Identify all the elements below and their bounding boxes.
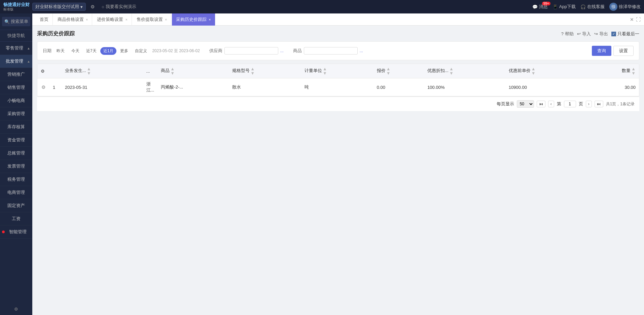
demo-icon: ○ [102,4,104,9]
app-download-button[interactable]: 📱 App下载 [552,4,576,10]
close-tab-button[interactable]: ✕ [630,17,634,22]
top-bar-left: 畅捷通好业财 标准版 好业财标准版交付试用 ▾ ⚙ ○ 我要看实例演示 [3,2,136,11]
sidebar-item-general_ledger[interactable]: 总账管理 [0,147,32,160]
last-page-button[interactable]: ⏭ [595,101,603,107]
page-size-select[interactable]: 50 10 20 100 [517,100,534,108]
close-tab-icon[interactable]: × [165,18,167,22]
row-extra: 浙江... [143,78,158,96]
supplier-input[interactable] [224,47,278,55]
sidebar-item-label: 智能管理 [5,229,30,235]
sidebar-item-label: 固定资产 [2,203,30,209]
table-col-quote[interactable]: 报价▲▼ [373,64,424,78]
page-unit: 页 [579,101,583,107]
search-menu-button[interactable]: 🔍 搜索菜单 [2,17,30,26]
demo-button[interactable]: ○ 我要看实例演示 [102,4,136,10]
only-latest-checkbox-area[interactable]: 只看最后一 [611,31,639,37]
row-gear-icon: ⚙ [41,84,46,90]
tab-purchase-history[interactable]: 采购历史价跟踪× [172,13,215,26]
message-button[interactable]: 💬 消息 99+ [532,4,548,10]
sidebar-item-salary[interactable]: 工资 [0,212,32,225]
content-area: 首页商品价格设置×进价策略设置×售价提取设置×采购历史价跟踪× ✕ ⛶ 采购历史… [32,13,644,315]
sidebar-item-fixed_assets[interactable]: 固定资产 [0,199,32,212]
close-tab-icon[interactable]: × [209,18,211,22]
only-latest-checkbox[interactable] [611,32,616,36]
date-btn-今天[interactable]: 今天 [68,47,82,55]
sidebar-item-tax[interactable]: 税务管理 [0,173,32,186]
page-content: 采购历史价跟踪 ? 帮助 ↩ 导入 ↪ 导出 [32,26,644,315]
next-page-button[interactable]: › [586,101,592,107]
table-row: ⚙ 1 2023-05-31 浙江... 丙烯酸-2-... 散水 吨 0.00… [37,78,639,96]
search-icon: 🔍 [4,19,10,24]
product-filter-group: 商品 ... [293,47,363,55]
table-col-gear[interactable]: ⚙ [37,64,49,78]
user-area[interactable]: 徐 徐泽华修改 [609,3,641,11]
table-col-product[interactable]: 商品▲▼ [157,64,229,78]
export-button[interactable]: ↪ 导出 [594,31,608,37]
user-name: 徐泽华修改 [619,4,641,10]
quick-nav-item[interactable]: 快捷导航 [0,30,32,42]
import-button[interactable]: ↩ 导入 [577,31,591,37]
tab-home[interactable]: 首页 [36,13,53,26]
tab-product-price[interactable]: 商品价格设置× [53,13,92,26]
page-number-input[interactable] [564,101,576,107]
sidebar-item-retail[interactable]: 零售管理 ▲ [0,42,32,55]
sidebar-item-label: 工资 [2,216,30,222]
prev-page-button[interactable]: ‹ [548,101,554,107]
product-input[interactable] [304,47,358,55]
filter-row: 日期 昨天今天近7天近1月更多自定义 2023-05-02 至 2023-06-… [43,46,634,56]
search-menu-label: 搜索菜单 [11,19,28,25]
date-btn-自定义[interactable]: 自定义 [132,47,150,55]
table-col-extra[interactable]: ... [143,64,158,78]
sidebar-item-ecommerce[interactable]: 电商管理 [0,186,32,199]
sidebar-item-purchase[interactable]: 采购管理 [0,107,32,120]
sidebar-item-invoice[interactable]: 发票管理 [0,160,32,173]
sidebar-item-label: 税务管理 [2,176,30,182]
version-selector[interactable]: 好业财标准版交付试用 ▾ [32,3,86,11]
app-subtitle: 标准版 [3,7,13,11]
settings-icon-area[interactable]: ⚙ [91,4,95,9]
sidebar-gear-button[interactable]: ⚙ [0,303,32,315]
date-btn-更多[interactable]: 更多 [117,47,131,55]
sidebar-item-smart_mgmt[interactable]: 智能管理 [0,225,32,239]
tab-label: 进价策略设置 [97,16,123,23]
product-more-button[interactable]: ... [360,48,363,53]
sidebar-item-wholesale[interactable]: 批发管理 ▲ [0,55,32,68]
close-tab-icon[interactable]: × [125,18,127,22]
supplier-more-button[interactable]: ... [280,48,284,53]
top-bar-right: 💬 消息 99+ 📱 App下载 🎧 在线客服 徐 徐泽华修改 [532,3,641,11]
sidebar-search-area: 🔍 搜索菜单 [0,13,32,30]
first-page-button[interactable]: ⏮ [537,101,545,107]
maximize-button[interactable]: ⛶ [636,17,641,22]
close-tab-icon[interactable]: × [86,18,88,22]
row-unit: 吨 [301,78,373,96]
query-button[interactable]: 查询 [592,46,611,56]
chevron-icon: ▲ [27,60,30,63]
app-download-label: App下载 [559,4,576,10]
table-col-business-date[interactable]: 业务发生...▲▼ [62,64,143,78]
app-title: 畅捷通好业财 [3,2,30,7]
sidebar-item-finance[interactable]: 资金管理 [0,134,32,147]
table-col-quantity[interactable]: 数量▲▼ [588,64,639,78]
sidebar-item-marketing[interactable]: 营销推广 [0,68,32,81]
date-btn-昨天[interactable]: 昨天 [53,47,68,55]
export-label: 导出 [599,31,608,37]
row-gear-cell[interactable]: ⚙ [37,78,49,96]
online-service-button[interactable]: 🎧 在线客服 [580,4,605,10]
table-col-pre-discount-price[interactable]: 优惠前单价▲▼ [505,64,588,78]
date-btn-近7天[interactable]: 近7天 [83,47,100,55]
settings-button[interactable]: 设置 [613,46,634,56]
tab-sale-price[interactable]: 售价提取设置× [133,13,171,26]
table-col-spec[interactable]: 规格型号▲▼ [229,64,301,78]
tab-purchase-strategy[interactable]: 进价策略设置× [93,13,132,26]
sidebar-item-sales[interactable]: 销售管理 [0,81,32,94]
demo-label: 我要看实例演示 [106,4,136,10]
product-label: 商品 [293,48,302,54]
headset-icon: 🎧 [580,4,586,9]
table-col-unit[interactable]: 计量单位▲▼ [301,64,373,78]
sidebar-item-ecommerce_small[interactable]: 小畅电商 [0,94,32,107]
help-button[interactable]: ? 帮助 [561,31,574,37]
table-col-discount[interactable]: 优惠折扣...▲▼ [424,64,505,78]
date-btn-近1月[interactable]: 近1月 [100,47,117,55]
top-bar: 畅捷通好业财 标准版 好业财标准版交付试用 ▾ ⚙ ○ 我要看实例演示 💬 消息… [0,0,644,13]
sidebar-item-inventory[interactable]: 库存核算 [0,120,32,134]
